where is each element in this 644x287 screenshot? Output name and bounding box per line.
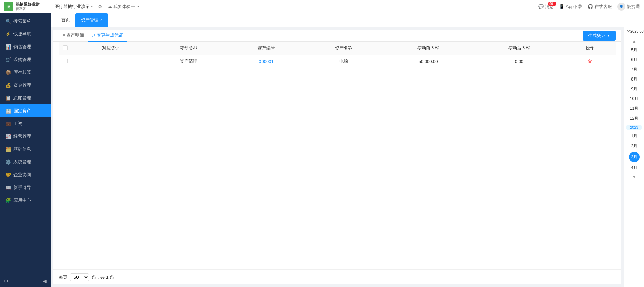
delete-row-icon[interactable]: 🗑 xyxy=(588,59,592,64)
sidebar-item-operation[interactable]: 📈经营管理 xyxy=(0,130,51,143)
generate-label: 生成凭证 xyxy=(588,33,606,39)
list-icon: ≡ xyxy=(63,33,65,38)
calendar-year-2023[interactable]: 2023 xyxy=(626,125,642,130)
collapse-sidebar-icon[interactable]: ◀ xyxy=(43,278,47,284)
row-asset-name: 电脑 xyxy=(305,55,382,68)
sidebar-item-ledger[interactable]: 📋总账管理 xyxy=(0,92,51,104)
row-checkbox[interactable] xyxy=(63,59,68,63)
trial-text: 我要体验一下 xyxy=(113,4,140,10)
table-row: -- 资产清理 000001 电脑 50,000.00 0.00 🗑 xyxy=(59,55,616,68)
ledger-icon: 📋 xyxy=(5,95,11,101)
select-all-checkbox[interactable] xyxy=(63,45,68,50)
sidebar-item-funds[interactable]: 💰资金管理 xyxy=(0,79,51,92)
content-main: ≡ 资产明细 ⇄ 变更生成凭证 生成凭证 ▼ xyxy=(53,30,621,284)
company-selector[interactable]: 医疗器械行业演示 ▾ xyxy=(55,4,93,10)
apps-icon: 🧩 xyxy=(5,198,11,203)
dropdown-chevron-icon: ▼ xyxy=(607,34,610,37)
calendar-month-item[interactable]: 4月 xyxy=(624,163,644,173)
calendar-month-item[interactable]: 10月 xyxy=(624,94,644,104)
message-button[interactable]: 💬 消息 99+ xyxy=(538,4,554,10)
calendar-month-item[interactable]: 1月 xyxy=(624,131,644,141)
basic-icon: 🗂️ xyxy=(5,147,11,152)
settings-bottom-icon[interactable]: ⚙ xyxy=(4,278,8,284)
tabs-bar: 首页 资产管理 × xyxy=(51,13,644,27)
message-badge: 99+ xyxy=(548,2,556,6)
user-menu[interactable]: 👤 畅捷通 xyxy=(617,3,640,11)
tab-home[interactable]: 首页 xyxy=(56,13,75,27)
sidebar-item-basic[interactable]: 🗂️基础信息 xyxy=(0,143,51,156)
nav-icon: ⚡ xyxy=(5,31,11,37)
service-button[interactable]: 🎧 在线客服 xyxy=(588,4,612,10)
sidebar-item-system[interactable]: ⚙️系统管理 xyxy=(0,156,51,168)
calendar-month-item[interactable]: 6月 xyxy=(624,55,644,65)
calendar-year-display: 2023.03 xyxy=(630,29,644,33)
sidebar-label-ledger: 总账管理 xyxy=(13,95,31,101)
sidebar-item-inventory[interactable]: 📦库存核算 xyxy=(0,66,51,79)
calendar-month-item[interactable]: 2月 xyxy=(624,141,644,151)
sub-tab-change-voucher[interactable]: ⇄ 变更生成凭证 xyxy=(88,30,127,42)
sidebar-label-salary: 工资 xyxy=(13,121,22,127)
col-change-type: 变动类型 xyxy=(150,42,227,55)
calendar-month-item[interactable]: 5月 xyxy=(624,45,644,55)
chevron-down-icon: ▾ xyxy=(91,5,93,8)
col-before: 变动前内容 xyxy=(383,42,474,55)
sidebar-item-apps[interactable]: 🧩应用中心 xyxy=(0,194,51,207)
tab-asset-management[interactable]: 资产管理 × xyxy=(75,13,108,27)
trial-button[interactable]: ☁ 我要体验一下 xyxy=(108,4,140,10)
company-name: 医疗器械行业演示 xyxy=(55,4,90,10)
header: 财 畅捷通好业财 普及版 医疗器械行业演示 ▾ ⚙ ☁ 我要体验一下 💬 消息 … xyxy=(0,0,644,13)
asset-table: 对应凭证 变动类型 资产编号 资产名称 变动前内容 变动后内容 操作 -- xyxy=(59,42,616,68)
sidebar-label-collab: 企业协同 xyxy=(13,172,31,178)
row-action: 🗑 xyxy=(564,55,616,68)
avatar: 👤 xyxy=(617,3,625,11)
row-checkbox-cell xyxy=(59,55,72,68)
sidebar: 🔍搜索菜单⚡快捷导航📊销售管理🛒采购管理📦库存核算💰资金管理📋总账管理🏢固定资产… xyxy=(0,13,51,287)
header-center: 医疗器械行业演示 ▾ ⚙ ☁ 我要体验一下 xyxy=(55,2,538,11)
sidebar-item-salary[interactable]: 💼工资 xyxy=(0,117,51,130)
logo-icon: 财 xyxy=(4,2,13,11)
sidebar-bottom: ⚙ ◀ xyxy=(0,275,51,287)
sidebar-label-apps: 应用中心 xyxy=(13,197,31,203)
calendar-panel: ✕ 2023.03 ⤢ ▲5月6月7月8月9月10月11月12月20231月2月… xyxy=(624,27,644,287)
calendar-months: ▲5月6月7月8月9月10月11月12月20231月2月3月4月▼ xyxy=(624,36,644,287)
page-size-select[interactable]: 102050100 xyxy=(70,273,89,281)
generate-voucher-button[interactable]: 生成凭证 ▼ xyxy=(583,31,616,41)
sidebar-item-guide[interactable]: 📖新手引导 xyxy=(0,181,51,194)
row-voucher: -- xyxy=(72,55,150,68)
row-asset-no: 000001 xyxy=(227,55,305,68)
calendar-scroll-up[interactable]: ▲ xyxy=(624,37,644,45)
sidebar-label-system: 系统管理 xyxy=(13,159,31,165)
calendar-month-item[interactable]: 11月 xyxy=(624,104,644,114)
calendar-month-item[interactable]: 12月 xyxy=(624,114,644,123)
funds-icon: 💰 xyxy=(5,83,11,88)
calendar-panel-header: ✕ 2023.03 ⤢ xyxy=(624,27,644,36)
exchange-icon: ⇄ xyxy=(92,33,95,38)
sub-tab-asset-detail[interactable]: ≡ 资产明细 xyxy=(59,30,88,42)
sidebar-item-purchase[interactable]: 🛒采购管理 xyxy=(0,53,51,66)
calendar-month-item[interactable]: 7月 xyxy=(624,65,644,74)
sidebar-label-nav: 快捷导航 xyxy=(13,31,31,37)
app-download-button[interactable]: 📱 App下载 xyxy=(559,4,582,10)
col-action: 操作 xyxy=(564,42,616,55)
sidebar-item-search[interactable]: 🔍搜索菜单 xyxy=(0,15,51,28)
table-header-row: 对应凭证 变动类型 资产编号 资产名称 变动前内容 变动后内容 操作 xyxy=(59,42,616,55)
close-calendar-icon[interactable]: ✕ xyxy=(627,29,630,34)
generate-voucher-area: 生成凭证 ▼ xyxy=(583,31,616,41)
calendar-month-item[interactable]: 3月 xyxy=(629,152,640,162)
settings-icon[interactable]: ⚙ xyxy=(95,2,105,11)
sidebar-item-nav[interactable]: ⚡快捷导航 xyxy=(0,28,51,40)
sidebar-item-collab[interactable]: 🤝企业协同 xyxy=(0,168,51,181)
close-tab-icon[interactable]: × xyxy=(100,18,102,22)
main-area: 首页 资产管理 × ≡ 资产明细 ⇄ xyxy=(51,13,644,287)
row-before: 50,000.00 xyxy=(383,55,474,68)
per-page-label: 每页 xyxy=(59,274,67,280)
sidebar-item-sales[interactable]: 📊销售管理 xyxy=(0,40,51,53)
system-icon: ⚙️ xyxy=(5,159,11,165)
sidebar-item-fixed[interactable]: 🏢固定资产 xyxy=(0,104,51,117)
calendar-month-item[interactable]: 8月 xyxy=(624,74,644,84)
svg-text:财: 财 xyxy=(7,5,11,9)
calendar-scroll-down[interactable]: ▼ xyxy=(624,173,644,181)
sidebar-label-inventory: 库存核算 xyxy=(13,69,31,75)
calendar-month-item[interactable]: 9月 xyxy=(624,84,644,94)
fixed-icon: 🏢 xyxy=(5,108,11,114)
